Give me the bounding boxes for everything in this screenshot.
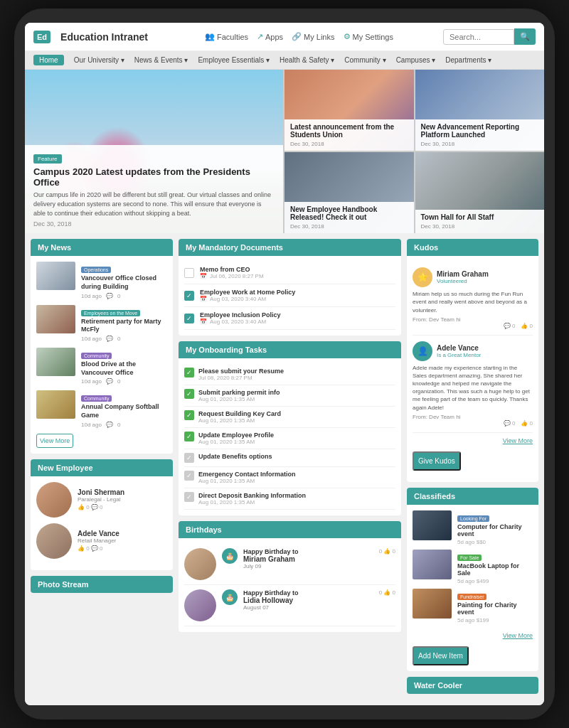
task-info-5: Update Benefits options	[198, 453, 272, 460]
news-view-more-button[interactable]: View More	[36, 434, 73, 448]
task-item-1[interactable]: ✓ Please submit your Resume Jul 08, 2020…	[184, 364, 395, 385]
classified-meta-3: 5d ago $199	[457, 617, 533, 623]
doc-meta-3: 📅 Aug 03, 2020 3:40 AM	[200, 318, 281, 325]
tablet-frame: Ed Education Intranet 👥 Faculties ↗ Apps…	[14, 9, 555, 719]
classified-thumb-1	[413, 510, 452, 540]
news-content-1: Operations Vancouver Office Closed durin…	[81, 262, 167, 299]
classified-item-3[interactable]: Fundraiser Painting for Charity event 5d…	[413, 589, 533, 623]
news-tag-3: Community	[81, 353, 112, 359]
nav-my-settings[interactable]: ⚙ My Settings	[344, 32, 393, 41]
task-check-4: ✓	[184, 432, 194, 441]
employee-item-2[interactable]: Adele Vance Retail Manager 👍 0 💬 0	[36, 523, 167, 559]
search-button[interactable]: 🔍	[514, 28, 536, 45]
kudos-view-more-link[interactable]: View More	[503, 437, 533, 444]
faculties-icon: 👥	[205, 32, 215, 41]
classifieds-body: Looking For Computer for Charity event 5…	[407, 505, 538, 671]
left-column: My News Operations Vancouver Office Clos…	[31, 239, 173, 700]
news-item-3[interactable]: Community Blood Drive at the Vancouver O…	[36, 348, 167, 385]
birthday-icon-2: 🎂	[222, 589, 238, 605]
nav-faculties[interactable]: 👥 Faculties	[205, 32, 248, 41]
search-input[interactable]	[443, 29, 514, 45]
kudos-body: ⭐ Miriam Graham Volunteered Miriam help …	[407, 256, 538, 482]
nav-our-university[interactable]: Our University ▾	[74, 56, 124, 64]
hero-card-4-overlay: Town Hall for All Staff Dec 30, 2018	[415, 210, 545, 233]
doc-check-3: ✓	[184, 314, 194, 323]
new-employee-body: Joni Sherman Paralegal - Legal 👍 0 💬 0 A…	[31, 476, 173, 570]
task-item-6[interactable]: ✓ Emergency Contact Information Aug 01, …	[184, 467, 395, 488]
classifieds-view-more-link[interactable]: View More	[503, 632, 533, 639]
task-check-7: ✓	[184, 492, 194, 502]
employee-item-1[interactable]: Joni Sherman Paralegal - Legal 👍 0 💬 0	[36, 482, 167, 518]
employee-meta-1: 👍 0 💬 0	[78, 504, 124, 510]
task-info-7: Direct Deposit Banking Information Aug 0…	[198, 492, 306, 505]
nav-apps[interactable]: ↗ Apps	[257, 32, 283, 41]
task-item-4[interactable]: ✓ Update Employee Profile Aug 01, 2020 1…	[184, 428, 395, 449]
settings-icon: ⚙	[344, 32, 351, 41]
news-content-4: Community Annual Company Softball Game 1…	[81, 390, 167, 427]
news-thumb-3	[36, 348, 75, 376]
news-thumb-1	[36, 262, 75, 290]
news-item-2[interactable]: Employees on the Move Retirement party f…	[36, 305, 167, 342]
hero-section: Feature Campus 2020 Latest updates from …	[25, 70, 544, 233]
site-title: Education Intranet	[60, 31, 148, 43]
task-info-3: Request Building Key Card Aug 01, 2020 1…	[198, 410, 281, 424]
news-content-3: Community Blood Drive at the Vancouver O…	[81, 348, 167, 385]
nav-employee-essentials[interactable]: Employee Essentials ▾	[198, 56, 270, 64]
mandatory-docs-section: My Mandatory Documents Memo from CEO 📅 J…	[179, 239, 401, 336]
hero-card-2-overlay: New Advancement Reporting Platform Launc…	[415, 119, 545, 151]
news-time-1: 10d ago	[81, 293, 102, 299]
doc-check-1	[184, 268, 194, 278]
hero-card-2[interactable]: New Advancement Reporting Platform Launc…	[415, 70, 545, 151]
classified-item-2[interactable]: For Sale MacBook Laptop for Sale 5d ago …	[413, 550, 533, 584]
feature-badge: Feature	[33, 154, 62, 164]
give-kudos-button[interactable]: Give Kudos	[413, 451, 461, 471]
hero-card-3[interactable]: New Employee Handbook Released! Check it…	[284, 152, 414, 233]
news-item-4[interactable]: Community Annual Company Softball Game 1…	[36, 390, 167, 427]
classified-item-1[interactable]: Looking For Computer for Charity event 5…	[413, 510, 533, 545]
nav-campuses[interactable]: Campuses ▾	[396, 56, 436, 64]
hero-card-1[interactable]: Latest announcement from the Students Un…	[284, 70, 414, 151]
new-employee-header: New Employee	[31, 459, 173, 476]
nav-community[interactable]: Community ▾	[344, 56, 385, 64]
news-meta-3: 10d ago 💬 0	[81, 378, 167, 385]
birthday-meta-2: 0 👍 0	[379, 589, 395, 596]
task-item-2[interactable]: ✓ Submit parking permit info Aug 01, 202…	[184, 385, 395, 407]
home-link[interactable]: Home	[33, 55, 64, 65]
task-item-7[interactable]: ✓ Direct Deposit Banking Information Aug…	[184, 488, 395, 510]
nav-departments[interactable]: Departments ▾	[445, 56, 491, 64]
task-item-5[interactable]: ✓ Update Benefits options	[184, 449, 395, 467]
task-check-2: ✓	[184, 389, 194, 399]
hero-main-article[interactable]: Feature Campus 2020 Latest updates from …	[25, 70, 283, 233]
nav-health-safety[interactable]: Health & Safety ▾	[280, 56, 334, 64]
doc-title-2: Employee Work at Home Policy	[200, 289, 295, 296]
task-info-2: Submit parking permit info Aug 01, 2020 …	[198, 389, 280, 402]
doc-item-2[interactable]: ✓ Employee Work at Home Policy 📅 Aug 03,…	[184, 284, 395, 307]
birthday-item-2[interactable]: 🎂 Happy Birthday to Lidia Holloway Augus…	[184, 585, 395, 626]
onboarding-header: My Onboarding Tasks	[179, 341, 401, 358]
nav-my-links[interactable]: 🔗 My Links	[292, 32, 334, 41]
doc-item-1[interactable]: Memo from CEO 📅 Jul 06, 2020 8:27 PM	[184, 262, 395, 284]
employee-avatar-1	[36, 482, 72, 518]
photo-stream-section: Photo Stream	[31, 576, 173, 593]
classified-thumb-2	[413, 550, 452, 579]
birthday-item-1[interactable]: 🎂 Happy Birthday to Miriam Graham July 0…	[184, 544, 395, 585]
task-info-6: Emergency Contact Information Aug 01, 20…	[198, 471, 296, 484]
task-item-3[interactable]: ✓ Request Building Key Card Aug 01, 2020…	[184, 407, 395, 428]
hero-card-1-overlay: Latest announcement from the Students Un…	[284, 119, 414, 151]
doc-item-3[interactable]: ✓ Employee Inclusion Policy 📅 Aug 03, 20…	[184, 307, 395, 330]
birthday-icon-1: 🎂	[222, 548, 238, 564]
kudos-item-1: ⭐ Miriam Graham Volunteered Miriam help …	[413, 262, 533, 336]
hero-card-4[interactable]: Town Hall for All Staff Dec 30, 2018	[415, 152, 545, 233]
kudos-header-1: ⭐ Miriam Graham Volunteered	[413, 267, 533, 287]
news-title-4: Annual Company Softball Game	[81, 403, 167, 419]
hero-card-4-date: Dec 30, 2018	[421, 223, 539, 230]
kudos-header-2: 👤 Adele Vance Is a Great Mentor	[413, 341, 533, 361]
kudos-item-2: 👤 Adele Vance Is a Great Mentor Adele ma…	[413, 336, 533, 433]
nav-news-events[interactable]: News & Events ▾	[134, 56, 188, 64]
add-item-button[interactable]: Add New Item	[413, 646, 469, 665]
news-meta-4: 10d ago 💬 0	[81, 422, 167, 428]
news-item-1[interactable]: Operations Vancouver Office Closed durin…	[36, 262, 167, 299]
my-news-header: My News	[31, 239, 173, 256]
middle-column: My Mandatory Documents Memo from CEO 📅 J…	[179, 239, 401, 700]
onboarding-body: ✓ Please submit your Resume Jul 08, 2020…	[179, 358, 401, 515]
